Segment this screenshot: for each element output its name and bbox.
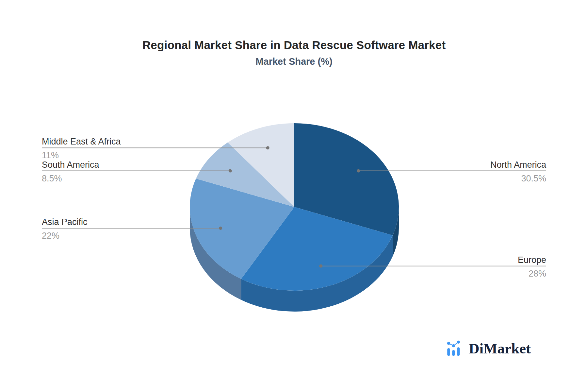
leader-dot	[357, 169, 360, 173]
slice-percent: 11%	[42, 150, 121, 160]
pie-chart-page: Regional Market Share in Data Rescue Sof…	[0, 0, 588, 391]
slice-percent: 30.5%	[490, 174, 546, 183]
slice-percent: 8.5%	[42, 174, 99, 183]
leader-dot	[266, 146, 270, 149]
slice-name: South America	[42, 160, 99, 170]
slice-name: Middle East & Africa	[42, 137, 121, 146]
bar-chart-logo-icon	[446, 339, 464, 358]
leader-dot	[319, 264, 322, 268]
slice-name: Europe	[518, 255, 546, 265]
brand-logo: DiMarket	[446, 339, 531, 358]
slice-label-north-america: North America 30.5%	[490, 160, 546, 183]
slice-label-south-america: South America 8.5%	[42, 160, 99, 183]
pie-chart	[0, 0, 588, 391]
brand-name: DiMarket	[469, 340, 531, 357]
leader-dot	[219, 227, 222, 230]
slice-percent: 22%	[42, 231, 88, 241]
slice-percent: 28%	[518, 269, 546, 279]
slice-label-asia-pacific: Asia Pacific 22%	[42, 217, 88, 241]
leader-dot	[229, 169, 232, 173]
slice-label-middle-east-africa: Middle East & Africa 11%	[42, 137, 121, 160]
slice-label-europe: Europe 28%	[518, 255, 546, 279]
slice-name: Asia Pacific	[42, 217, 88, 227]
slice-name: North America	[490, 160, 546, 170]
